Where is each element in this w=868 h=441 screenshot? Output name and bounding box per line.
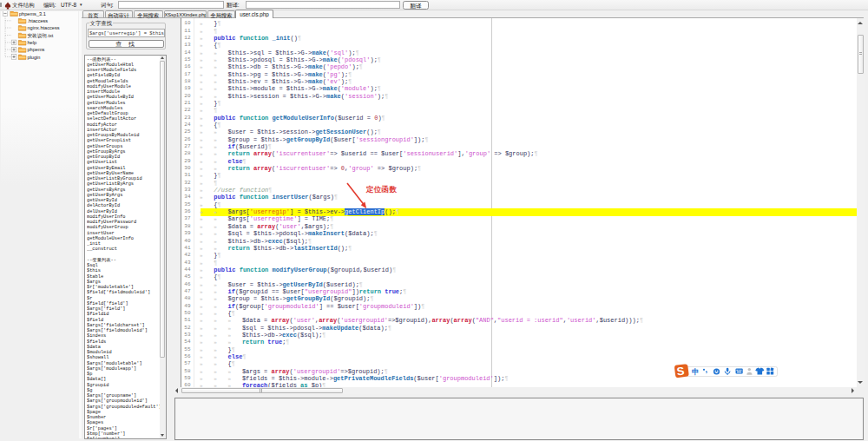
svg-text:plugin: plugin — [28, 55, 41, 60]
svg-text:nginx.htaccess: nginx.htaccess — [28, 25, 60, 30]
svg-text:phpems: phpems — [28, 47, 45, 52]
svg-text:help: help — [28, 40, 37, 45]
svg-text:中: 中 — [692, 367, 700, 376]
svg-text:.htaccess: .htaccess — [28, 18, 49, 23]
svg-text:安装说明.txt: 安装说明.txt — [28, 33, 54, 39]
svg-text:phpems_3.1: phpems_3.1 — [19, 11, 46, 16]
